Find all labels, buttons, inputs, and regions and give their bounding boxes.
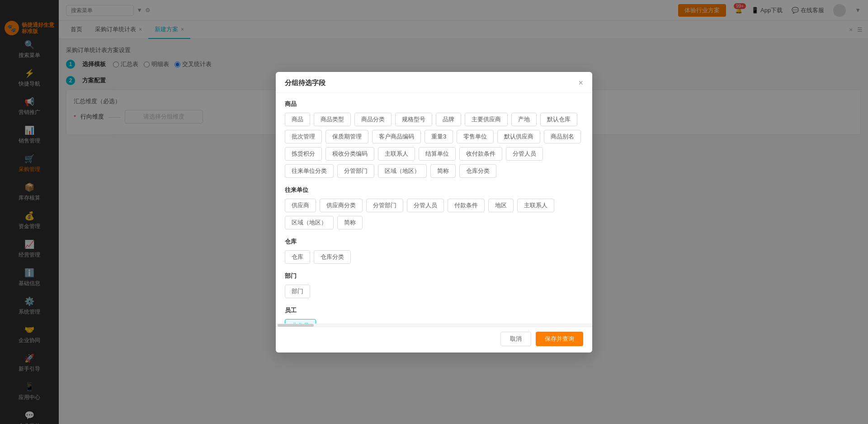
field-tag-0-16[interactable]: 税收分类编码 [326, 147, 374, 161]
field-tag-0-25[interactable]: 仓库分类 [459, 164, 496, 178]
field-section-3: 部门部门 [285, 272, 583, 298]
field-tag-0-0[interactable]: 商品 [285, 113, 310, 126]
field-tag-0-24[interactable]: 简称 [430, 164, 456, 178]
field-tag-1-8[interactable]: 简称 [337, 216, 363, 229]
field-tag-0-2[interactable]: 商品分类 [354, 113, 392, 126]
section-title-2: 仓库 [285, 238, 583, 246]
section-title-4: 员工 [285, 306, 583, 314]
field-tag-0-6[interactable]: 产地 [511, 113, 537, 126]
field-tag-0-23[interactable]: 区域（地区） [378, 164, 427, 178]
field-tag-0-20[interactable]: 分管人员 [506, 147, 543, 161]
field-tag-4-0[interactable]: 业务员 [285, 319, 316, 324]
field-tag-0-17[interactable]: 主联系人 [378, 147, 415, 161]
field-tag-2-1[interactable]: 仓库分类 [314, 250, 351, 264]
field-tag-1-5[interactable]: 地区 [488, 199, 514, 212]
modal-cancel-btn[interactable]: 取消 [500, 332, 531, 346]
field-tag-0-22[interactable]: 分管部门 [337, 164, 374, 178]
field-tag-0-10[interactable]: 客户商品编码 [372, 130, 421, 143]
field-tag-0-15[interactable]: 拣货积分 [285, 147, 322, 161]
field-section-4: 员工业务员 [285, 306, 583, 324]
field-tag-1-1[interactable]: 供应商分类 [320, 199, 363, 212]
field-tag-0-21[interactable]: 往来单位分类 [285, 164, 334, 178]
field-tag-2-0[interactable]: 仓库 [285, 250, 310, 264]
field-tag-1-4[interactable]: 付款条件 [448, 199, 485, 212]
field-tag-0-12[interactable]: 零售单位 [457, 130, 494, 143]
modal-header: 分组待选字段 × [276, 72, 592, 93]
modal-close-btn[interactable]: × [578, 78, 583, 88]
field-section-0: 商品商品商品类型商品分类规格型号品牌主要供应商产地默认仓库批次管理保质期管理客户… [285, 100, 583, 178]
field-tag-0-18[interactable]: 结算单位 [419, 147, 456, 161]
field-tag-1-6[interactable]: 主联系人 [517, 199, 554, 212]
modal-title: 分组待选字段 [285, 79, 326, 87]
field-tag-0-19[interactable]: 收付款条件 [459, 147, 502, 161]
field-tag-0-7[interactable]: 默认仓库 [540, 113, 577, 126]
field-tag-0-4[interactable]: 品牌 [436, 113, 461, 126]
modal-hscroll [276, 324, 592, 327]
field-tag-0-8[interactable]: 批次管理 [285, 130, 322, 143]
section-title-3: 部门 [285, 272, 583, 280]
section-title-0: 商品 [285, 100, 583, 108]
field-tag-0-3[interactable]: 规格型号 [395, 113, 432, 126]
field-tag-0-11[interactable]: 重量3 [425, 130, 453, 143]
modal-field-select: 分组待选字段 × 商品商品商品类型商品分类规格型号品牌主要供应商产地默认仓库批次… [276, 72, 592, 353]
field-tag-0-1[interactable]: 商品类型 [314, 113, 351, 126]
field-section-2: 仓库仓库仓库分类 [285, 238, 583, 264]
field-tag-0-14[interactable]: 商品别名 [544, 130, 581, 143]
field-tag-0-9[interactable]: 保质期管理 [326, 130, 368, 143]
field-section-1: 往来单位供应商供应商分类分管部门分管人员付款条件地区主联系人区域（地区）简称 [285, 186, 583, 229]
modal-body[interactable]: 商品商品商品类型商品分类规格型号品牌主要供应商产地默认仓库批次管理保质期管理客户… [276, 93, 592, 324]
field-tag-1-0[interactable]: 供应商 [285, 199, 316, 212]
field-tag-0-13[interactable]: 默认供应商 [497, 130, 540, 143]
modal-confirm-btn[interactable]: 保存并查询 [536, 332, 583, 346]
field-tag-1-7[interactable]: 区域（地区） [285, 216, 334, 229]
modal-footer: 取消 保存并查询 [276, 327, 592, 353]
section-title-1: 往来单位 [285, 186, 583, 194]
field-tag-1-2[interactable]: 分管部门 [366, 199, 403, 212]
field-tag-1-3[interactable]: 分管人员 [407, 199, 444, 212]
field-tag-3-0[interactable]: 部门 [285, 285, 310, 298]
field-tag-0-5[interactable]: 主要供应商 [465, 113, 508, 126]
